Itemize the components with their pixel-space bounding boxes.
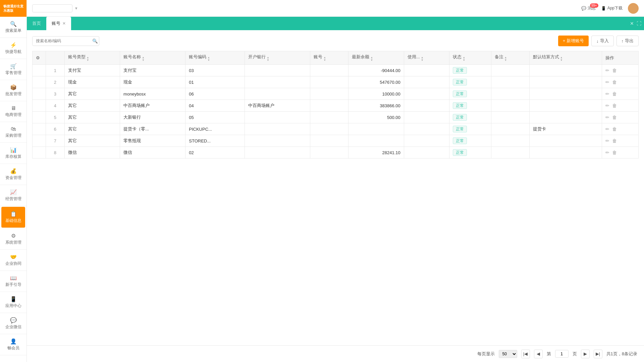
sidebar-item-operations-mgmt[interactable]: 📈经营管理 xyxy=(0,185,26,206)
page-size-select[interactable]: 50 20 100 xyxy=(499,350,517,358)
row-bank xyxy=(245,135,310,147)
edit-button[interactable]: ✏ xyxy=(605,150,609,155)
edit-button[interactable]: ✏ xyxy=(605,115,609,120)
table-row: 6 其它 提货卡（零... PICKUPC... 正常 提货卡 ✏ 🗑 xyxy=(33,123,639,135)
sidebar-item-retail-mgmt[interactable]: 🛒零售管理 xyxy=(0,59,26,80)
row-default-payment xyxy=(529,100,602,112)
tab-close-icon[interactable]: ✕ xyxy=(62,21,66,26)
add-account-button[interactable]: + 新增账号 xyxy=(558,36,589,46)
sidebar-item-wholesale-mgmt[interactable]: 📦批发管理 xyxy=(0,80,26,101)
col-status[interactable]: 状态▲▼ xyxy=(449,51,491,65)
col-name[interactable]: 账号名称▲▼ xyxy=(120,51,185,65)
edit-button[interactable]: ✏ xyxy=(605,103,609,108)
import-button[interactable]: ↓ 导入 xyxy=(591,36,614,46)
edit-button[interactable]: ✏ xyxy=(605,138,609,143)
tab-account-label: 账号 xyxy=(52,20,60,26)
row-settings-cell xyxy=(33,112,46,123)
row-type: 其它 xyxy=(64,123,120,135)
app-download-button[interactable]: 📱 App下载 xyxy=(601,5,623,11)
edit-button[interactable]: ✏ xyxy=(605,126,609,132)
row-name: 提货卡（零... xyxy=(120,123,185,135)
col-code[interactable]: 账号编码▲▼ xyxy=(185,51,245,65)
row-remark xyxy=(491,100,529,112)
tab-home[interactable]: 首页 xyxy=(27,17,46,30)
col-bank[interactable]: 开户银行▲▼ xyxy=(245,51,310,65)
close-window-icon[interactable]: ✕ xyxy=(630,21,634,26)
retail-mgmt-icon: 🛒 xyxy=(2,63,25,69)
col-settings[interactable]: ⚙ xyxy=(33,51,46,65)
search-box: 🔍 xyxy=(32,36,99,46)
sidebar-item-purchase-mgmt[interactable]: 🛍采购管理 xyxy=(0,122,26,143)
sidebar-item-member[interactable]: 👤畅会员 xyxy=(0,334,26,355)
sidebar-item-inventory[interactable]: 📊库存核算 xyxy=(0,143,26,164)
row-actions: ✏ 🗑 xyxy=(602,65,639,76)
last-page-button[interactable]: ▶| xyxy=(594,350,602,358)
delete-button[interactable]: 🗑 xyxy=(612,91,617,97)
row-default-payment xyxy=(529,112,602,123)
sidebar-item-ecommerce-mgmt[interactable]: 🖥电商管理 xyxy=(0,101,26,122)
message-button[interactable]: 💬 消息 99+ xyxy=(581,5,596,11)
col-type[interactable]: 账号类型▲▼ xyxy=(64,51,120,65)
delete-button[interactable]: 🗑 xyxy=(612,115,617,120)
purchase-mgmt-icon: 🛍 xyxy=(2,126,25,132)
col-account[interactable]: 账号▲▼ xyxy=(310,51,348,65)
col-usage[interactable]: 使用...▲▼ xyxy=(404,51,449,65)
row-remark xyxy=(491,65,529,76)
edit-button[interactable]: ✏ xyxy=(605,68,609,73)
wholesale-mgmt-icon: 📦 xyxy=(2,84,25,90)
delete-button[interactable]: 🗑 xyxy=(612,138,617,143)
col-remark[interactable]: 备注▲▼ xyxy=(491,51,529,65)
sidebar-item-enterprise-wechat[interactable]: 💬企业微信 xyxy=(0,313,26,334)
row-bank xyxy=(245,88,310,100)
sidebar-item-quick-nav[interactable]: ⚡快捷导航 xyxy=(0,38,26,59)
sidebar-item-basic-info[interactable]: 📋基础信息 xyxy=(1,207,25,228)
delete-button[interactable]: 🗑 xyxy=(612,79,617,85)
logo-line2: 乐惠版 xyxy=(3,8,23,13)
row-status: 正常 xyxy=(449,88,491,100)
total-label: 共1页，8条记录 xyxy=(606,351,637,357)
maximize-window-icon[interactable]: ⛶ xyxy=(637,21,641,26)
sidebar-item-app-center[interactable]: 📱应用中心 xyxy=(0,292,26,313)
accounts-table: ⚙ 账号类型▲▼ 账号名称▲▼ 账号编码▲▼ 开户银行▲▼ 账号▲▼ 最新余额▲… xyxy=(32,51,639,159)
search-button[interactable]: 🔍 xyxy=(90,37,99,46)
search-menu-icon: 🔍 xyxy=(2,21,25,27)
sidebar-item-search-menu[interactable]: 🔍搜索菜单 xyxy=(0,17,26,38)
row-type: 其它 xyxy=(64,112,120,123)
col-default-payment[interactable]: 默认结算方式▲▼ xyxy=(529,51,602,65)
edit-button[interactable]: ✏ xyxy=(605,79,609,85)
row-remark xyxy=(491,123,529,135)
col-balance[interactable]: 最新余额▲▼ xyxy=(348,51,404,65)
row-index: 5 xyxy=(46,112,65,123)
row-balance: 10000.00 xyxy=(348,88,404,100)
sidebar-item-enterprise-agreement[interactable]: 🤝企业协同 xyxy=(0,250,26,271)
page-number-input[interactable] xyxy=(555,350,569,358)
table-row: 1 支付宝 支付宝 03 -90444.00 正常 ✏ 🗑 xyxy=(33,65,639,76)
prev-page-button[interactable]: ◀ xyxy=(534,350,543,358)
row-settings-cell xyxy=(33,65,46,76)
header-search-input[interactable] xyxy=(32,4,72,12)
sidebar-item-system-mgmt[interactable]: ⚙系统管理 xyxy=(0,229,26,250)
next-page-button[interactable]: ▶ xyxy=(581,350,590,358)
edit-button[interactable]: ✏ xyxy=(605,91,609,97)
row-remark xyxy=(491,76,529,88)
delete-button[interactable]: 🗑 xyxy=(612,126,617,132)
delete-button[interactable]: 🗑 xyxy=(612,150,617,155)
sidebar-item-finance-mgmt[interactable]: 💰资金管理 xyxy=(0,164,26,185)
search-input[interactable] xyxy=(33,37,90,45)
tab-account[interactable]: 账号 ✕ xyxy=(46,17,71,30)
row-default-payment xyxy=(529,147,602,159)
content-area: 🔍 + 新增账号 ↓ 导入 ↑ 导出 ⚙ 账号类型▲▼ xyxy=(27,30,644,345)
row-bank xyxy=(245,65,310,76)
row-code: 05 xyxy=(185,112,245,123)
sidebar-item-new-guide[interactable]: 📖新手引导 xyxy=(0,271,26,292)
avatar[interactable] xyxy=(628,3,639,14)
row-actions: ✏ 🗑 xyxy=(602,76,639,88)
delete-button[interactable]: 🗑 xyxy=(612,68,617,73)
first-page-button[interactable]: |◀ xyxy=(521,350,530,358)
row-status: 正常 xyxy=(449,147,491,159)
export-button[interactable]: ↑ 导出 xyxy=(616,36,639,46)
row-default-payment xyxy=(529,76,602,88)
row-default-payment xyxy=(529,135,602,147)
delete-button[interactable]: 🗑 xyxy=(612,103,617,108)
header-dropdown-arrow[interactable]: ▾ xyxy=(75,6,77,11)
